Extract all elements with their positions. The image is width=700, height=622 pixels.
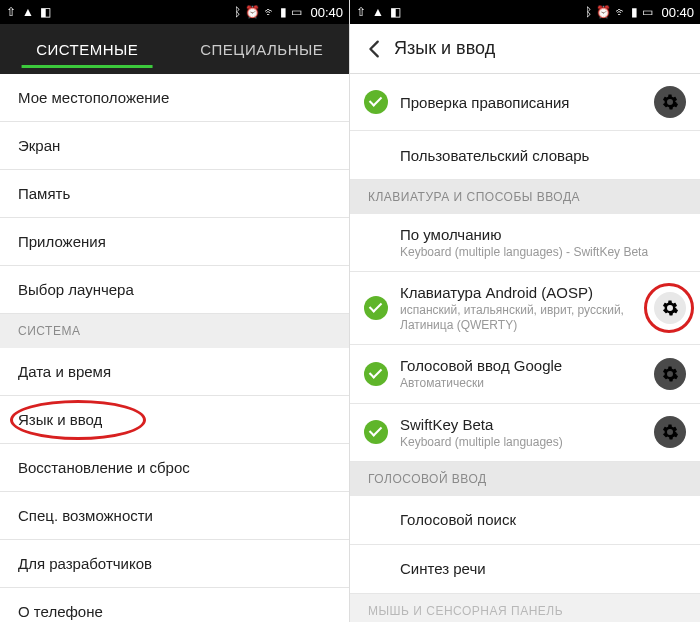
language-input-list[interactable]: Проверка правописания Пользовательский с… [350,74,700,622]
page-header: Язык и ввод [350,24,700,74]
status-bar: ⇧ ▲ ◧ ᛒ ⏰ ᯤ ▮ ▭ 00:40 [350,0,700,24]
battery-icon: ▭ [642,5,653,19]
list-item[interactable]: Спец. возможности [0,492,349,540]
list-item[interactable]: Мое местоположение [0,74,349,122]
left-phone-screen: ⇧ ▲ ◧ ᛒ ⏰ ᯤ ▮ ▭ 00:40 СИСТЕМНЫЕ СПЕЦИАЛЬ… [0,0,350,622]
section-mouse: МЫШЬ И СЕНСОРНАЯ ПАНЕЛЬ [350,594,700,622]
check-icon [364,420,388,444]
list-item[interactable]: Дата и время [0,348,349,396]
row-subtitle: испанский, итальянский, иврит, русский, … [400,303,654,332]
upload-icon: ⇧ [6,5,16,19]
gear-icon[interactable] [654,358,686,390]
list-item-language-input[interactable]: Язык и ввод [0,396,349,444]
gear-icon[interactable] [654,86,686,118]
row-subtitle: Автоматически [400,376,654,390]
row-voice-search[interactable]: Голосовой поиск [350,496,700,545]
bluetooth-icon: ᛒ [585,5,592,19]
spacer [364,143,388,167]
alarm-icon: ⏰ [245,5,260,19]
spacer [364,557,388,581]
status-bar: ⇧ ▲ ◧ ᛒ ⏰ ᯤ ▮ ▭ 00:40 [0,0,349,24]
section-system: СИСТЕМА [0,314,349,348]
list-item[interactable]: Для разработчиков [0,540,349,588]
row-subtitle: Keyboard (multiple languages) - SwiftKey… [400,245,686,259]
row-tts[interactable]: Синтез речи [350,545,700,594]
row-user-dictionary[interactable]: Пользовательский словарь [350,131,700,180]
row-google-voice[interactable]: Голосовой ввод Google Автоматически [350,345,700,403]
warning-icon: ▲ [372,5,384,19]
spacer [364,508,388,532]
clock: 00:40 [661,5,694,20]
check-icon [364,362,388,386]
wifi-icon: ᯤ [264,5,276,19]
signal-icon: ▮ [280,5,287,19]
list-item[interactable]: Восстановление и сброс [0,444,349,492]
gear-icon[interactable] [654,416,686,448]
row-title: SwiftKey Beta [400,416,654,433]
row-title: Синтез речи [400,560,686,577]
upload-icon: ⇧ [356,5,366,19]
check-icon [364,90,388,114]
signal-icon: ▮ [631,5,638,19]
row-title: Пользовательский словарь [400,147,686,164]
back-icon[interactable] [364,38,386,60]
gear-icon[interactable] [654,292,686,324]
row-title: Проверка правописания [400,94,654,111]
row-default-keyboard[interactable]: По умолчанию Keyboard (multiple language… [350,214,700,272]
alarm-icon: ⏰ [596,5,611,19]
tab-special[interactable]: СПЕЦИАЛЬНЫЕ [175,24,350,74]
section-keyboard: КЛАВИАТУРА И СПОСОБЫ ВВОДА [350,180,700,214]
list-item[interactable]: Экран [0,122,349,170]
list-item[interactable]: Выбор лаунчера [0,266,349,314]
row-title: Голосовой поиск [400,511,686,528]
wifi-icon: ᯤ [615,5,627,19]
row-subtitle: Keyboard (multiple languages) [400,435,654,449]
row-title: Клавиатура Android (AOSP) [400,284,654,301]
app-icon: ◧ [390,5,401,19]
bluetooth-icon: ᛒ [234,5,241,19]
spacer [364,231,388,255]
row-title: Голосовой ввод Google [400,357,654,374]
row-title: По умолчанию [400,226,686,243]
row-aosp-keyboard[interactable]: Клавиатура Android (AOSP) испанский, ита… [350,272,700,345]
list-item[interactable]: О телефоне [0,588,349,622]
check-icon [364,296,388,320]
settings-list[interactable]: Мое местоположение Экран Память Приложен… [0,74,349,622]
clock: 00:40 [310,5,343,20]
list-item[interactable]: Приложения [0,218,349,266]
page-title: Язык и ввод [394,38,495,59]
right-phone-screen: ⇧ ▲ ◧ ᛒ ⏰ ᯤ ▮ ▭ 00:40 Язык и ввод Провер… [350,0,700,622]
section-voice: ГОЛОСОВОЙ ВВОД [350,462,700,496]
battery-icon: ▭ [291,5,302,19]
row-swiftkey[interactable]: SwiftKey Beta Keyboard (multiple languag… [350,404,700,462]
row-spellcheck[interactable]: Проверка правописания [350,74,700,131]
app-icon: ◧ [40,5,51,19]
tabs: СИСТЕМНЫЕ СПЕЦИАЛЬНЫЕ [0,24,349,74]
tab-system[interactable]: СИСТЕМНЫЕ [0,24,175,74]
list-item[interactable]: Память [0,170,349,218]
warning-icon: ▲ [22,5,34,19]
